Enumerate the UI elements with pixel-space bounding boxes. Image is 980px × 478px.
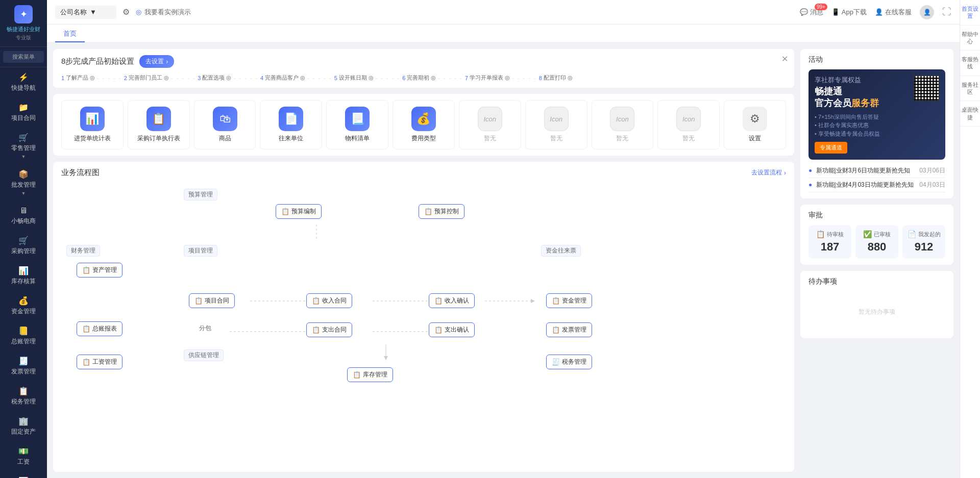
pending-label: 📋 待审核	[813, 230, 847, 238]
quick-item-settings[interactable]: ⚙ 设置	[724, 100, 786, 149]
sidebar-item-quicknav[interactable]: ⚡ 快捷导航	[0, 67, 47, 97]
sidebar-item-retail[interactable]: 🛒 零售管理 ▼	[0, 128, 47, 164]
approval-stat-mine[interactable]: 📄 我发起的 912	[902, 225, 945, 259]
sidebar-label-invoice: 发票管理	[11, 367, 36, 376]
setup-close-btn[interactable]: ✕	[781, 54, 788, 64]
node-zcqr[interactable]: 📋 支出确认	[429, 322, 475, 337]
node-zccht[interactable]: 📋 支出合同	[306, 322, 352, 337]
sidebar-item-ecommerce[interactable]: 🖥 小畅电商	[0, 201, 47, 231]
node-kcgl[interactable]: 📋 库存管理	[347, 367, 393, 382]
sidebar-item-wholesale[interactable]: 📦 批发管理 ▼	[0, 164, 47, 201]
messages-btn[interactable]: 💬 消息 99+	[800, 8, 823, 17]
approval-stat-approved[interactable]: ✅ 已审核 880	[855, 225, 898, 259]
company-selector[interactable]: 公司名称 ▼	[55, 6, 116, 19]
sidebar-search-area[interactable]: 搜索菜单	[0, 47, 47, 67]
news-item-1[interactable]: ● 新功能|业财4月03日功能更新抢先知 04月03日	[808, 178, 945, 192]
node-zcgl[interactable]: 📋 资产管理	[77, 263, 122, 278]
quick-items-panel: 📊 进货单统计表 📋 采购订单执行表 🛍 商品 📄 往来单位	[53, 94, 794, 156]
quick-icon-2: 🛍	[213, 107, 237, 131]
pending-empty: 暂无待办事项	[808, 291, 945, 332]
node-zbbd[interactable]: 📋 总账报表	[77, 321, 122, 336]
sidebar-item-salary[interactable]: 💵 工资	[0, 441, 47, 471]
sidebar-item-tax[interactable]: 📋 税务管理	[0, 381, 47, 411]
app-download-btn[interactable]: 📱 App下载	[831, 8, 867, 17]
tab-home[interactable]: 首页	[55, 26, 85, 42]
main-wrapper: 公司名称 ▼ ⚙ ◎ 我要看实例演示 💬 消息 99+ 📱 App下载 👤 在线…	[47, 0, 960, 478]
quick-item-8[interactable]: Icon 暂无	[592, 100, 654, 149]
quick-item-3[interactable]: 📄 往来单位	[260, 100, 322, 149]
sidebar-label-project: 项目合同	[11, 114, 36, 122]
demo-link[interactable]: ◎ 我要看实例演示	[136, 8, 191, 17]
user-avatar[interactable]: 👤	[920, 5, 934, 19]
pending-title: 待办事项	[808, 277, 945, 286]
setup-goto-btn[interactable]: 去设置 ›	[139, 55, 174, 68]
content-main: ✕ 8步完成产品初始设置 去设置 › 1 了解产品 ◎ - - - - -	[53, 49, 794, 472]
quick-icon-0: 📊	[80, 107, 105, 131]
quick-item-6[interactable]: Icon 暂无	[459, 100, 521, 149]
approval-stat-pending[interactable]: 📋 待审核 187	[808, 225, 851, 259]
right-sidebar-community[interactable]: 服务社区	[960, 76, 980, 102]
quick-icon-9: Icon	[676, 107, 701, 131]
logo-icon: ✦	[20, 9, 28, 20]
flow-settings-link[interactable]: 去设置流程 ›	[751, 168, 786, 177]
fixedassets-icon: 🏢	[18, 416, 29, 426]
topbar: 公司名称 ▼ ⚙ ◎ 我要看实例演示 💬 消息 99+ 📱 App下载 👤 在线…	[47, 0, 960, 24]
approval-title: 审批	[808, 211, 945, 220]
approval-stats: 📋 待审核 187 ✅ 已审核 880 📄	[808, 225, 945, 259]
sidebar-item-project[interactable]: 📁 项目合同	[0, 97, 47, 128]
pending-panel: 待办事项 暂无待办事项	[800, 271, 953, 338]
right-sidebar-help[interactable]: 帮助中心	[960, 26, 980, 51]
quick-item-5[interactable]: 💰 费用类型	[393, 100, 455, 149]
node-swgl[interactable]: 🧾 税务管理	[546, 355, 592, 369]
right-sidebar-desktop[interactable]: 桌面快捷	[960, 101, 980, 127]
app-name: 畅捷通好业财	[7, 26, 40, 33]
setup-title-text: 8步完成产品初始设置	[61, 57, 134, 66]
sidebar-item-fixedassets[interactable]: 🏢 固定资产	[0, 411, 47, 441]
company-expand-icon: ▼	[90, 8, 96, 16]
step-1: 1 了解产品 ◎	[61, 74, 95, 82]
quick-label-9: 暂无	[682, 134, 695, 143]
node-gzgl[interactable]: 📋 工资管理	[77, 355, 122, 369]
news-item-0[interactable]: ● 新功能|业财3月6日功能更新抢先知 03月06日	[808, 164, 945, 178]
sidebar-item-inventory[interactable]: 📊 库存核算	[0, 261, 47, 291]
quick-item-7[interactable]: Icon 暂无	[525, 100, 587, 149]
sidebar-label-ledger: 总账管理	[11, 337, 36, 346]
xmgl-group-label: 项目管理	[184, 245, 217, 257]
online-service-icon: 👤	[875, 8, 883, 16]
node-fpgl[interactable]: 📋 发票管理	[546, 322, 592, 337]
node-xmht[interactable]: 📋 项目合同	[189, 293, 235, 308]
right-sidebar-hotline[interactable]: 客服热线	[960, 51, 980, 76]
settings-icon[interactable]: ⚙	[122, 7, 130, 17]
quick-item-2[interactable]: 🛍 商品	[194, 100, 256, 149]
retail-expand-icon: ▼	[21, 154, 26, 159]
messages-icon: 💬	[800, 8, 808, 16]
node-yszk[interactable]: 📋 预算控制	[419, 204, 464, 219]
quick-label-6: 暂无	[484, 134, 496, 143]
search-menu-btn[interactable]: 搜索菜单	[3, 51, 44, 63]
sidebar-label-funds: 资金管理	[11, 307, 36, 316]
activity-join-btn[interactable]: 专属通道	[815, 142, 847, 154]
step-6: 6 完善期初 ◎	[402, 74, 436, 82]
fenbao-label: 分包	[199, 324, 211, 333]
sidebar-item-invoice[interactable]: 🧾 发票管理	[0, 351, 47, 381]
sidebar-item-ledger[interactable]: 📒 总账管理	[0, 321, 47, 351]
step-2: 2 完善部门员工 ◎	[124, 74, 169, 82]
online-service-btn[interactable]: 👤 在线客服	[875, 8, 912, 17]
node-zijingl[interactable]: 📋 资金管理	[546, 293, 592, 308]
avatar-icon: 👤	[923, 9, 931, 16]
quick-item-0[interactable]: 📊 进货单统计表	[61, 100, 124, 149]
quick-item-9[interactable]: Icon 暂无	[657, 100, 720, 149]
node-srqr[interactable]: 📋 收入确认	[429, 293, 475, 308]
sidebar-item-operations[interactable]: 📈 经营管理	[0, 471, 47, 478]
sidebar-item-purchase[interactable]: 🛒 采购管理	[0, 231, 47, 261]
sidebar-item-funds[interactable]: 💰 资金管理	[0, 291, 47, 321]
pending-value: 187	[813, 240, 847, 254]
activity-news-list: ● 新功能|业财3月6日功能更新抢先知 03月06日 ● 新功能|业财4月03日…	[808, 164, 945, 192]
quick-item-4[interactable]: 📃 物料清单	[326, 100, 388, 149]
quick-item-1[interactable]: 📋 采购订单执行表	[128, 100, 190, 149]
fullscreen-icon[interactable]: ⛶	[942, 7, 951, 17]
app-version: 专业版	[16, 34, 31, 41]
node-yszz[interactable]: 📋 预算编制	[276, 204, 322, 219]
node-srht[interactable]: 📋 收入合同	[306, 293, 352, 308]
right-sidebar-home-settings[interactable]: 首页设置	[960, 0, 980, 26]
